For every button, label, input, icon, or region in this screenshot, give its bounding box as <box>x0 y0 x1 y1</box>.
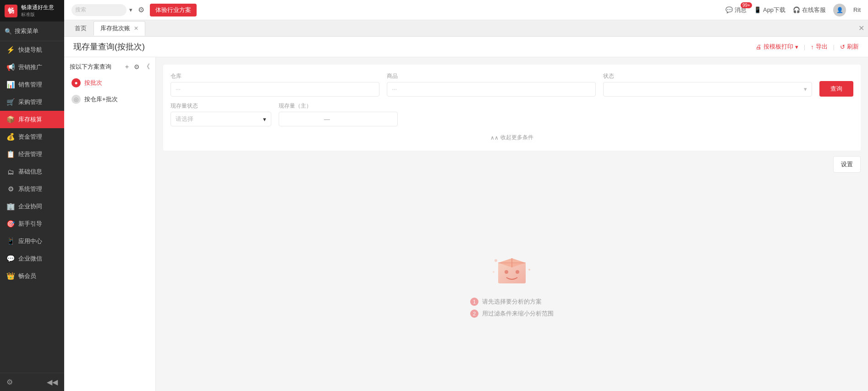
refresh-btn[interactable]: ↺ 刷新 <box>840 43 859 51</box>
message-badge: 99+ <box>741 2 752 8</box>
sidebar-item-quick-nav[interactable]: ⚡ 快捷导航 <box>0 41 64 59</box>
empty-tip-2: 2 用过滤条件来缩小分析范围 <box>470 310 554 318</box>
stock-main-min-input[interactable] <box>284 116 320 123</box>
add-scheme-icon[interactable]: ＋ <box>124 63 130 71</box>
status-filter: 状态 ▾ <box>603 72 812 97</box>
apps-icon: 📱 <box>6 237 15 245</box>
tab-batch-account[interactable]: 库存批次账 ✕ <box>93 21 145 36</box>
sales-icon: 📊 <box>6 81 15 89</box>
empty-tip-1: 1 请先选择要分析的方案 <box>470 298 554 306</box>
username-label[interactable]: Rit <box>853 6 861 13</box>
header-divider-1: | <box>804 43 805 50</box>
svg-point-8 <box>493 271 494 273</box>
svg-point-6 <box>494 259 497 262</box>
sidebar-item-basic[interactable]: 🗂 基础信息 <box>0 163 64 180</box>
system-icon: ⚙ <box>6 185 15 193</box>
footer-collapse-icon[interactable]: ◀◀ <box>47 378 58 386</box>
tab-home[interactable]: 首页 <box>68 21 93 36</box>
warehouse-filter: 仓库 ··· <box>170 72 379 97</box>
user-avatar[interactable]: 👤 <box>833 4 846 16</box>
sidebar-search-area: 🔍 搜索菜单 <box>0 22 64 41</box>
message-icon: 💬 <box>725 6 733 13</box>
trial-btn[interactable]: 体验行业方案 <box>150 4 197 16</box>
sidebar-nav: ⚡ 快捷导航 📢 营销推广 📊 销售管理 🛒 采购管理 📦 库存核算 💰 资金管… <box>0 41 64 373</box>
page-title: 现存量查询(按批次) <box>73 41 145 52</box>
topbar: 搜索 ▾ ⚙ 体验行业方案 💬 消息 99+ 📱 App下载 🎧 在线客服 👤 <box>64 0 868 20</box>
main-area: 搜索 ▾ ⚙ 体验行业方案 💬 消息 99+ 📱 App下载 🎧 在线客服 👤 <box>64 0 868 391</box>
sidebar-item-operations[interactable]: 📋 经营管理 <box>0 146 64 163</box>
enterprise-icon: 🏢 <box>6 202 15 211</box>
sidebar-item-guide[interactable]: 🎯 新手引导 <box>0 215 64 233</box>
footer-settings-icon[interactable]: ⚙ <box>6 378 13 386</box>
sidebar-item-sales[interactable]: 📊 销售管理 <box>0 76 64 93</box>
topbar-search-area: 搜索 ▾ <box>71 4 132 16</box>
page-content: 现存量查询(按批次) 🖨 按模板打印 ▾ | ↑ 导出 | ↺ 刷新 <box>64 37 868 391</box>
wechat-icon: 💬 <box>6 255 15 263</box>
stock-status-dropdown-icon: ▾ <box>263 116 266 123</box>
tab-close-icon[interactable]: ✕ <box>134 25 138 32</box>
svg-point-5 <box>516 270 519 274</box>
status-input[interactable]: ▾ <box>603 82 812 97</box>
product-filter: 商品 ··· <box>387 72 596 97</box>
sidebar-footer: ⚙ ◀◀ <box>0 373 64 391</box>
page-header-actions: 🖨 按模板打印 ▾ | ↑ 导出 | ↺ 刷新 <box>756 43 859 51</box>
sidebar-item-wechat[interactable]: 💬 企业微信 <box>0 250 64 267</box>
scheme-collapse-icon[interactable]: 《 <box>143 63 150 71</box>
stock-status-select[interactable]: 请选择 ▾ <box>170 112 271 126</box>
topbar-left: 搜索 ▾ ⚙ 体验行业方案 <box>71 4 197 16</box>
app-download-btn[interactable]: 📱 App下载 <box>754 6 786 14</box>
app-subtitle: 标准版 <box>21 11 54 18</box>
stock-main-max-input[interactable] <box>334 116 370 123</box>
print-template-btn[interactable]: 🖨 按模板打印 ▾ <box>756 43 798 51</box>
product-label: 商品 <box>387 72 596 80</box>
sidebar-item-system[interactable]: ⚙ 系统管理 <box>0 180 64 198</box>
right-panel: 仓库 ··· 商品 ··· 状态 <box>156 57 868 391</box>
topbar-settings-icon[interactable]: ⚙ <box>138 5 144 14</box>
sidebar-item-marketing[interactable]: 📢 营销推广 <box>0 59 64 76</box>
inventory-icon: 📦 <box>6 115 15 124</box>
marketing-icon: 📢 <box>6 63 15 71</box>
left-panel: 按以下方案查询 ＋ ⚙ 《 ● 按批次 ◎ 按仓库+批次 <box>64 57 156 391</box>
tabs-close-all-btn[interactable]: ✕ <box>858 24 864 33</box>
empty-state: 1 请先选择要分析的方案 2 用过滤条件来缩小分析范围 <box>163 178 861 384</box>
stock-main-input[interactable]: — <box>279 112 398 126</box>
scheme-wh-batch-icon: ◎ <box>71 95 81 104</box>
sidebar-item-apps[interactable]: 📱 应用中心 <box>0 233 64 250</box>
export-btn[interactable]: ↑ 导出 <box>811 43 828 51</box>
app-title: 畅康通好生意 <box>21 4 54 11</box>
warehouse-label: 仓库 <box>170 72 379 80</box>
app-logo: 畅 <box>5 5 17 17</box>
sidebar-header: 畅 畅康通好生意 标准版 <box>0 0 64 22</box>
scheme-item-warehouse-batch[interactable]: ◎ 按仓库+批次 <box>64 91 155 108</box>
sidebar-item-finance[interactable]: 💰 资金管理 <box>0 128 64 146</box>
stock-status-filter: 现存量状态 请选择 ▾ <box>170 102 271 126</box>
refresh-icon: ↺ <box>840 43 845 50</box>
sidebar: 畅 畅康通好生意 标准版 🔍 搜索菜单 ⚡ 快捷导航 📢 营销推广 📊 销售管理… <box>0 0 64 391</box>
purchase-icon: 🛒 <box>6 98 15 106</box>
sidebar-item-member[interactable]: 👑 畅会员 <box>0 267 64 285</box>
scheme-settings-icon[interactable]: ⚙ <box>134 63 140 71</box>
warehouse-input[interactable]: ··· <box>170 82 379 97</box>
filter-row-2: 现存量状态 请选择 ▾ 现存量（主） — <box>170 102 853 126</box>
query-button[interactable]: 查询 <box>819 81 853 97</box>
print-dropdown-icon: ▾ <box>795 43 798 50</box>
page-header: 现存量查询(按批次) 🖨 按模板打印 ▾ | ↑ 导出 | ↺ 刷新 <box>64 37 868 57</box>
print-icon: 🖨 <box>756 43 762 50</box>
guide-icon: 🎯 <box>6 220 15 228</box>
scheme-item-batch[interactable]: ● 按批次 <box>64 75 155 91</box>
product-input[interactable]: ··· <box>387 82 596 97</box>
topbar-dropdown-icon[interactable]: ▾ <box>129 6 132 13</box>
messages-btn[interactable]: 💬 消息 99+ <box>725 6 747 14</box>
online-service-btn[interactable]: 🎧 在线客服 <box>793 6 826 14</box>
topbar-search-box[interactable]: 搜索 <box>71 4 126 16</box>
sidebar-item-inventory[interactable]: 📦 库存核算 <box>0 111 64 128</box>
sidebar-item-enterprise[interactable]: 🏢 企业协同 <box>0 198 64 215</box>
finance-icon: 💰 <box>6 133 15 141</box>
filter-row-1: 仓库 ··· 商品 ··· 状态 <box>170 72 853 97</box>
sidebar-search-btn[interactable]: 🔍 搜索菜单 <box>5 25 60 37</box>
status-label: 状态 <box>603 72 812 80</box>
collapse-more-btn[interactable]: ∧∧ 收起更多条件 <box>170 132 853 143</box>
service-icon: 🎧 <box>793 6 800 13</box>
settings-btn[interactable]: 设置 <box>833 156 861 173</box>
sidebar-item-purchase[interactable]: 🛒 采购管理 <box>0 93 64 111</box>
